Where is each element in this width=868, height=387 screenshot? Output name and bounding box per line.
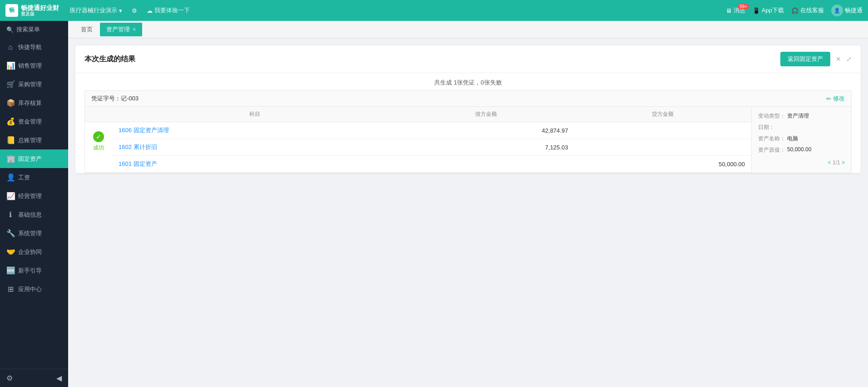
status-cell: ✓ 成功 xyxy=(85,122,112,173)
date-label: 日期： xyxy=(758,124,774,131)
operations-icon: 📈 xyxy=(6,192,15,200)
logo-name: 畅捷通好业财 xyxy=(21,4,59,12)
col-credit: 贷方金额 xyxy=(575,107,751,122)
debit-cell-3 xyxy=(397,156,574,173)
sidebar-item-sales[interactable]: 📊 销售管理 xyxy=(0,56,68,75)
subject-cell-1601[interactable]: 1601 固定资产 xyxy=(112,156,397,173)
online-service-button[interactable]: 🎧 在线客服 xyxy=(791,6,824,15)
fixed-assets-icon: 🏢 xyxy=(6,154,15,163)
online-service-label: 在线客服 xyxy=(800,6,824,15)
logo-sub: 普及版 xyxy=(21,11,59,17)
sidebar-item-finance[interactable]: 💰 资金管理 xyxy=(0,112,68,131)
experience-icon: ☁ xyxy=(147,7,153,14)
sidebar-label-app-center: 应用中心 xyxy=(18,285,42,293)
sidebar-bottom: ⚙ ◀ xyxy=(0,369,68,387)
col-debit: 借方金额 xyxy=(397,107,574,122)
top-bar: 畅 畅捷通好业财 普及版 医疗器械行业演示 ▾ ⚙ ☁ 我要体验一下 🖥 消息 … xyxy=(0,0,868,21)
col-subject: 科目 xyxy=(112,107,397,122)
tab-home[interactable]: 首页 xyxy=(75,23,98,36)
search-icon: 🔍 xyxy=(6,26,14,33)
panel-expand-button[interactable]: ⤢ xyxy=(846,55,852,63)
subject-code-3: 1601 固定资产 xyxy=(119,160,157,167)
asset-name-value: 电脑 xyxy=(787,135,798,143)
ledger-icon: 📒 xyxy=(6,136,15,144)
sidebar-item-system[interactable]: 🔧 系统管理 xyxy=(0,224,68,243)
sidebar-item-operations[interactable]: 📈 经营管理 xyxy=(0,187,68,205)
search-label: 搜索菜单 xyxy=(16,25,40,34)
company-selector[interactable]: 医疗器械行业演示 ▾ xyxy=(66,5,126,16)
top-bar-right: 🖥 消息 99+ 📱 App下载 🎧 在线客服 👤 畅捷通 xyxy=(726,5,863,16)
sidebar-item-inventory[interactable]: 📦 库存核算 xyxy=(0,94,68,112)
sidebar-item-guide[interactable]: 🆕 新手引导 xyxy=(0,261,68,280)
summary-text: 共生成 1张凭证，0张失败 xyxy=(434,79,501,86)
sidebar-item-fixed-assets[interactable]: 🏢 固定资产 xyxy=(0,149,68,168)
info-change-type: 变动类型： 资产清理 xyxy=(758,112,845,120)
app-center-icon: ⊞ xyxy=(6,285,15,293)
sidebar-item-cooperation[interactable]: 🤝 企业协同 xyxy=(0,243,68,261)
sidebar-item-app-center[interactable]: ⊞ 应用中心 xyxy=(0,280,68,298)
collapse-icon[interactable]: ◀ xyxy=(56,374,62,382)
sidebar-label-quick-nav: 快捷导航 xyxy=(18,43,42,51)
pagination-text: 1/1 xyxy=(833,159,842,166)
subject-cell-1602[interactable]: 1602 累计折旧 xyxy=(112,139,397,156)
success-badge: ✓ 成功 xyxy=(91,131,106,152)
subject-code-2: 1602 累计折旧 xyxy=(119,144,157,150)
info-asset-name: 资产名称： 电脑 xyxy=(758,135,845,143)
edit-icon: ✏ xyxy=(826,95,831,102)
sidebar-search[interactable]: 🔍 搜索菜单 xyxy=(0,21,68,38)
username: 畅捷通 xyxy=(845,6,863,15)
payroll-icon: 👤 xyxy=(6,173,15,182)
home-icon: ⌂ xyxy=(6,43,15,51)
sidebar-item-basic-info[interactable]: ℹ 基础信息 xyxy=(0,205,68,224)
app-download-button[interactable]: 📱 App下载 xyxy=(753,6,784,15)
change-type-value: 资产清理 xyxy=(787,112,809,120)
content-area: 首页 资产管理 × 本次生成的结果 返回固定资产 × ⤢ xyxy=(68,21,868,387)
topbar-settings-button[interactable]: ⚙ xyxy=(128,4,141,17)
table-row: 1601 固定资产 50,000.00 xyxy=(85,156,751,173)
sidebar: 🔍 搜索菜单 ⌂ 快捷导航 📊 销售管理 🛒 采购管理 📦 库存核算 💰 资金管… xyxy=(0,21,68,387)
sidebar-item-quick-nav[interactable]: ⌂ 快捷导航 xyxy=(0,38,68,56)
settings-icon[interactable]: ⚙ xyxy=(6,374,13,382)
credit-cell-1 xyxy=(575,122,751,139)
inventory-icon: 📦 xyxy=(6,99,15,107)
sidebar-label-finance: 资金管理 xyxy=(18,118,42,126)
basic-info-icon: ℹ xyxy=(6,210,15,219)
sidebar-label-sales: 销售管理 xyxy=(18,62,42,70)
panel-close-button[interactable]: × xyxy=(836,55,841,64)
subject-cell-1606[interactable]: 1606 固定资产清理 xyxy=(112,122,397,139)
messages-button[interactable]: 🖥 消息 99+ xyxy=(726,6,745,15)
sidebar-label-basic-info: 基础信息 xyxy=(18,211,42,219)
voucher-id: 凭证字号：记-003 xyxy=(91,94,139,103)
asset-name-label: 资产名称： xyxy=(758,135,785,143)
voucher-header: 凭证字号：记-003 ✏ 修改 xyxy=(85,91,851,107)
messages-badge: 99+ xyxy=(738,4,749,10)
dropdown-icon: ▾ xyxy=(119,7,122,14)
page-prev-button[interactable]: < xyxy=(828,159,831,166)
experience-button[interactable]: ☁ 我要体验一下 xyxy=(147,6,190,15)
success-label: 成功 xyxy=(93,144,104,152)
avatar: 👤 xyxy=(831,5,843,16)
user-menu[interactable]: 👤 畅捷通 xyxy=(831,5,863,16)
debit-cell-1: 42,874.97 xyxy=(397,122,574,139)
tab-asset-management[interactable]: 资产管理 × xyxy=(100,23,142,36)
logo: 畅 畅捷通好业财 普及版 xyxy=(5,4,59,17)
close-icon[interactable]: × xyxy=(133,26,136,33)
sidebar-label-operations: 经营管理 xyxy=(18,192,42,200)
sidebar-item-payroll[interactable]: 👤 工资 xyxy=(0,168,68,187)
voucher-table: 科目 借方金额 贷方金额 xyxy=(85,107,751,173)
info-original-value: 资产原值： 50,000.00 xyxy=(758,146,845,154)
sidebar-item-ledger[interactable]: 📒 总账管理 xyxy=(0,131,68,149)
return-button[interactable]: 返回固定资产 xyxy=(780,52,830,66)
company-name: 医疗器械行业演示 xyxy=(70,6,117,15)
edit-button[interactable]: ✏ 修改 xyxy=(826,94,845,103)
table-row: 1602 累计折旧 7,125.03 xyxy=(85,139,751,156)
results-panel: 本次生成的结果 返回固定资产 × ⤢ 共生成 1张凭证，0张失败 凭证字号：记-… xyxy=(75,45,861,173)
purchase-icon: 🛒 xyxy=(6,80,15,89)
message-icon: 🖥 xyxy=(726,7,732,14)
sidebar-item-purchase[interactable]: 🛒 采购管理 xyxy=(0,75,68,94)
sidebar-label-payroll: 工资 xyxy=(18,174,30,182)
sidebar-label-ledger: 总账管理 xyxy=(18,136,42,144)
page-next-button[interactable]: > xyxy=(842,159,845,166)
edit-label: 修改 xyxy=(833,94,845,103)
app-download-label: App下载 xyxy=(762,6,784,15)
